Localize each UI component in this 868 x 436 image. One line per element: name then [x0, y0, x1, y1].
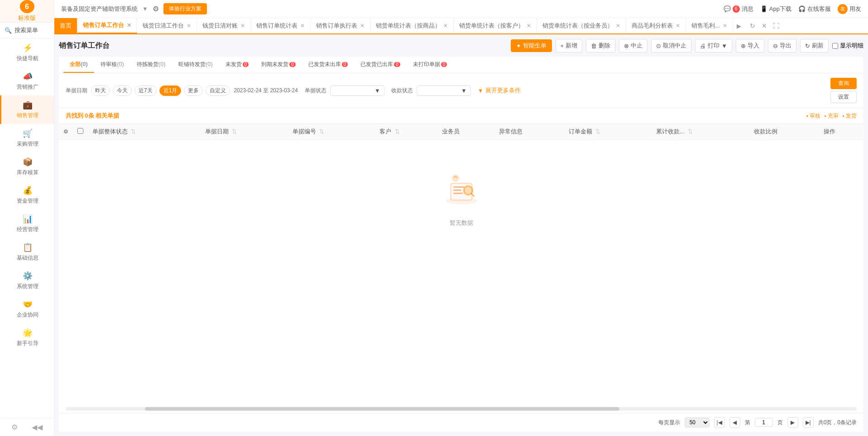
smart-generate-btn[interactable]: ✦ 智能生单	[511, 39, 552, 52]
show-detail-checkbox[interactable]: 显示明细	[832, 42, 863, 50]
tab-money-reconcile[interactable]: 钱货日清对账 ✕	[197, 18, 251, 33]
sub-tab-shipped-out[interactable]: 已发货已出库0	[354, 57, 407, 73]
cancel-audit-action-btn[interactable]: 充审	[824, 112, 839, 120]
gear-settings-icon[interactable]: ⚙	[153, 5, 159, 13]
tab-sales-staff[interactable]: 销货单统计表（按业务员） ✕	[537, 18, 626, 33]
page-size-select[interactable]: 50 100 200	[685, 417, 710, 427]
new-btn[interactable]: + 新增	[556, 39, 583, 52]
sort-icon[interactable]: ⇅	[319, 128, 324, 135]
col-settings[interactable]: ⚙	[59, 124, 73, 140]
sidebar-item-operations[interactable]: 📊 经营管理	[0, 209, 54, 238]
date-btn-yesterday[interactable]: 昨天	[91, 85, 110, 96]
sub-tab-shipped-not-out[interactable]: 已发货未出库0	[302, 57, 355, 73]
tab-sales-customer[interactable]: 销货单统计表（按客户） ✕	[454, 18, 537, 33]
dropdown-arrow-icon[interactable]: ▼	[142, 5, 148, 12]
select-arrow-icon: ▼	[461, 87, 467, 94]
tab-sales-product[interactable]: 销货单统计表（按商品） ✕	[370, 18, 454, 33]
tab-money-daily[interactable]: 钱货日清工作台 ✕	[137, 18, 197, 33]
date-btn-more[interactable]: 更多	[184, 85, 203, 96]
tab-sales-workbench[interactable]: 销售订单工作台 ✕	[77, 18, 137, 33]
sub-tab-overdue-ship[interactable]: 到期未发货0	[255, 57, 302, 73]
prev-page-btn[interactable]: ◀	[729, 417, 740, 428]
first-page-btn[interactable]: |◀	[714, 417, 725, 428]
page-number-input[interactable]	[755, 418, 773, 427]
collapse-icon[interactable]: ◀◀	[32, 423, 43, 431]
sidebar-search[interactable]: 🔍 搜索菜单	[0, 23, 54, 38]
tab-close-icon[interactable]: ✕	[723, 23, 727, 29]
select-all-checkbox[interactable]	[77, 128, 83, 134]
tab-close-icon[interactable]: ✕	[187, 23, 191, 29]
tab-close-icon[interactable]: ✕	[127, 22, 131, 28]
sidebar-item-basic-info[interactable]: 📋 基础信息	[0, 238, 54, 266]
sort-icon[interactable]: ⇅	[131, 128, 136, 135]
sidebar-item-guide[interactable]: 🌟 新手引导	[0, 323, 54, 352]
export-btn[interactable]: ⊖ 导出	[768, 39, 796, 52]
tab-close-all-icon[interactable]: ✕	[759, 20, 770, 31]
sub-tab-pending-inspect[interactable]: 待拣验货(0)	[130, 57, 172, 73]
cancel-stop-btn[interactable]: ⊙ 取消中止	[651, 39, 691, 52]
sub-tab-not-shipped[interactable]: 未发货0	[219, 57, 255, 73]
app-download-item[interactable]: 📱 App下载	[760, 5, 791, 13]
tab-home[interactable]: 首页	[54, 18, 77, 33]
expand-filter-btn[interactable]: ▼ 展开更多条件	[478, 86, 521, 95]
tab-sales-exec[interactable]: 销售订单执行表 ✕	[311, 18, 370, 33]
sidebar-item-quick-nav[interactable]: ⚡ 快捷导航	[0, 38, 54, 67]
sub-tab-not-printed[interactable]: 未打印单据0	[407, 57, 454, 73]
user-item[interactable]: 友 用友	[838, 4, 861, 14]
tab-more-btn[interactable]: ▶	[733, 18, 745, 33]
date-btn-1month[interactable]: 近1月	[159, 85, 182, 96]
tab-close-icon[interactable]: ✕	[443, 23, 448, 29]
stop-btn[interactable]: ⊗ 中止	[619, 39, 647, 52]
date-btn-custom[interactable]: 自定义	[206, 85, 230, 96]
scrollbar-thumb[interactable]	[145, 407, 619, 411]
next-page-btn[interactable]: ▶	[787, 417, 798, 428]
sidebar-item-finance[interactable]: 💰 资金管理	[0, 181, 54, 209]
sort-icon[interactable]: ⇅	[395, 128, 400, 135]
refresh-btn[interactable]: ↻ 刷新	[800, 39, 829, 52]
col-amount: 订单金额 ⇅	[564, 124, 652, 140]
delete-btn[interactable]: 🗑 删除	[586, 39, 615, 52]
tab-sales-stat[interactable]: 销售订单统计表 ✕	[251, 18, 311, 33]
import-btn[interactable]: ⊕ 导入	[736, 39, 764, 52]
print-btn[interactable]: 🖨 打印 ▼	[695, 39, 732, 52]
sidebar-item-sales[interactable]: 💼 销售管理	[0, 95, 54, 124]
message-item[interactable]: 💬 6 消息	[724, 5, 753, 13]
table-quick-actions: 审核 充审 发货	[806, 112, 857, 120]
sort-icon[interactable]: ⇅	[595, 128, 600, 135]
audit-action-btn[interactable]: 审核	[806, 112, 820, 120]
service-icon: 🎧	[798, 5, 806, 12]
tab-expand-icon[interactable]: ⛶	[771, 20, 782, 31]
tab-close-icon[interactable]: ✕	[527, 23, 531, 29]
sub-tab-all[interactable]: 全部(0)	[63, 57, 94, 73]
last-page-btn[interactable]: ▶|	[803, 417, 814, 428]
tab-close-icon[interactable]: ✕	[300, 23, 305, 29]
sidebar-item-enterprise[interactable]: 🤝 企业协同	[0, 295, 54, 323]
sidebar-item-inventory[interactable]: 📦 库存核算	[0, 152, 54, 181]
sub-tab-wangpu[interactable]: 旺铺待发货(0)	[172, 57, 219, 73]
horizontal-scrollbar[interactable]	[66, 407, 857, 411]
tab-close-icon[interactable]: ✕	[676, 23, 680, 29]
settings-icon[interactable]: ⚙	[11, 423, 18, 431]
tab-close-icon[interactable]: ✕	[360, 23, 364, 29]
tab-close-icon[interactable]: ✕	[240, 23, 245, 29]
tab-sales-gross[interactable]: 销售毛利... ✕	[686, 18, 733, 33]
status-select[interactable]: ▼	[330, 85, 384, 96]
sidebar-item-system[interactable]: ⚙️ 系统管理	[0, 266, 54, 295]
payment-select[interactable]: ▼	[417, 85, 471, 96]
tab-close-icon[interactable]: ✕	[616, 23, 620, 29]
sidebar-item-purchase[interactable]: 🛒 采购管理	[0, 124, 54, 152]
ship-action-btn[interactable]: 发货	[842, 112, 857, 120]
industry-btn[interactable]: 体验行业方案	[163, 3, 207, 14]
show-detail-input[interactable]	[832, 43, 838, 49]
sort-icon[interactable]: ⇅	[688, 128, 693, 135]
online-service-item[interactable]: 🎧 在线客服	[798, 5, 831, 13]
settings-btn[interactable]: 设置	[830, 91, 857, 103]
tab-gross-margin[interactable]: 商品毛利分析表 ✕	[626, 18, 686, 33]
date-btn-today[interactable]: 今天	[113, 85, 132, 96]
date-btn-7days[interactable]: 近7天	[134, 85, 157, 96]
sub-tab-pending-audit[interactable]: 待审核(0)	[94, 57, 130, 73]
tab-refresh-icon[interactable]: ↻	[747, 20, 758, 31]
sort-icon[interactable]: ⇅	[232, 128, 237, 135]
sidebar-item-marketing[interactable]: 📣 营销推广	[0, 67, 54, 95]
query-btn[interactable]: 查询	[830, 78, 857, 89]
